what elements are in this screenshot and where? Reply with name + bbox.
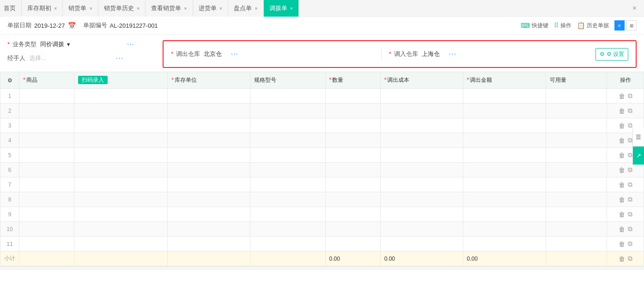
qty-cell[interactable] (325, 163, 380, 177)
amount-cell[interactable] (463, 133, 546, 148)
delete-icon[interactable]: 🗑 (619, 152, 625, 159)
tab-sales-order[interactable]: 销货单 × (63, 0, 98, 17)
product-cell[interactable] (19, 104, 74, 118)
cost-cell[interactable] (380, 163, 463, 177)
spec-cell[interactable] (250, 118, 325, 133)
unit-cell[interactable] (168, 207, 250, 222)
qty-cell[interactable] (325, 192, 380, 207)
amount-cell[interactable] (463, 118, 546, 133)
unit-cell[interactable] (168, 163, 250, 177)
spec-cell[interactable] (250, 192, 325, 207)
amount-cell[interactable] (463, 237, 546, 251)
amount-cell[interactable] (463, 222, 546, 237)
unit-cell[interactable] (168, 148, 250, 163)
copy-icon[interactable]: ⧉ (628, 166, 632, 174)
spec-cell[interactable] (250, 222, 325, 237)
layout-grid-icon[interactable]: ⊞ (626, 20, 637, 31)
delete-icon[interactable]: 🗑 (619, 181, 625, 189)
product-cell[interactable] (19, 237, 74, 251)
delete-icon[interactable]: 🗑 (619, 240, 625, 248)
table-wrapper[interactable]: ⚙ *商品 扫码录入 *库存单位 规格型号 *数量 (0, 72, 644, 266)
tab-close-purchase-order[interactable]: × (219, 6, 222, 11)
amount-cell[interactable] (463, 207, 546, 222)
tab-close-initial-stock[interactable]: × (54, 6, 57, 11)
product-cell[interactable] (19, 222, 74, 237)
unit-cell[interactable] (168, 192, 250, 207)
amount-cell[interactable] (463, 192, 546, 207)
qty-cell[interactable] (325, 133, 380, 148)
qty-cell[interactable] (325, 207, 380, 222)
th-gear[interactable]: ⚙ (0, 72, 19, 89)
tab-close-view-sales[interactable]: × (184, 6, 187, 11)
qty-cell[interactable] (325, 237, 380, 251)
unit-cell[interactable] (168, 222, 250, 237)
side-tool-export[interactable]: ↗ (633, 146, 644, 165)
copy-icon[interactable]: ⧉ (628, 240, 632, 248)
cost-cell[interactable] (380, 192, 463, 207)
warehouse-in-more[interactable]: ··· (449, 50, 456, 58)
cost-cell[interactable] (380, 133, 463, 148)
unit-cell[interactable] (168, 89, 250, 104)
unit-cell[interactable] (168, 237, 250, 251)
delete-icon[interactable]: 🗑 (619, 226, 625, 233)
spec-cell[interactable] (250, 163, 325, 177)
unit-cell[interactable] (168, 133, 250, 148)
product-cell[interactable] (19, 89, 74, 104)
product-cell[interactable] (19, 163, 74, 177)
delete-icon[interactable]: 🗑 (619, 107, 625, 115)
cost-cell[interactable] (380, 104, 463, 118)
tab-home[interactable]: 首页 (4, 0, 22, 17)
cost-cell[interactable] (380, 89, 463, 104)
product-cell[interactable] (19, 148, 74, 163)
qty-cell[interactable] (325, 222, 380, 237)
business-type-select[interactable]: 同价调拨 ▼ (40, 40, 123, 49)
copy-icon[interactable]: ⧉ (628, 122, 632, 129)
qty-cell[interactable] (325, 177, 380, 192)
delete-icon[interactable]: 🗑 (619, 92, 625, 100)
amount-cell[interactable] (463, 89, 546, 104)
qty-cell[interactable] (325, 104, 380, 118)
delete-icon[interactable]: 🗑 (619, 211, 625, 218)
amount-cell[interactable] (463, 148, 546, 163)
tab-transfer[interactable]: 调拨单 × (264, 0, 299, 17)
copy-icon[interactable]: ⧉ (628, 92, 632, 100)
tab-close-sales-order[interactable]: × (89, 6, 92, 11)
side-tool-list[interactable]: ☰ (633, 128, 644, 146)
copy-icon[interactable]: ⧉ (628, 107, 632, 115)
delete-icon-sub[interactable]: 🗑 (619, 255, 625, 262)
business-type-more[interactable]: ··· (127, 40, 134, 49)
tab-sales-history[interactable]: 销货单历史 × (98, 0, 146, 17)
tab-view-sales[interactable]: 查看销货单 × (146, 0, 193, 17)
bottom-scrollbar[interactable] (0, 266, 644, 270)
spec-cell[interactable] (250, 148, 325, 163)
cost-cell[interactable] (380, 148, 463, 163)
spec-cell[interactable] (250, 89, 325, 104)
delete-icon[interactable]: 🗑 (619, 196, 625, 203)
product-cell[interactable] (19, 207, 74, 222)
unit-cell[interactable] (168, 118, 250, 133)
unit-cell[interactable] (168, 104, 250, 118)
delete-icon[interactable]: 🗑 (619, 122, 625, 129)
cost-cell[interactable] (380, 222, 463, 237)
spec-cell[interactable] (250, 133, 325, 148)
copy-icon[interactable]: ⧉ (628, 136, 632, 144)
product-cell[interactable] (19, 192, 74, 207)
qty-cell[interactable] (325, 148, 380, 163)
tab-close-inventory[interactable]: × (255, 6, 257, 11)
shortcut-btn[interactable]: ⌨ 快捷键 (521, 22, 548, 30)
product-cell[interactable] (19, 133, 74, 148)
spec-cell[interactable] (250, 207, 325, 222)
amount-cell[interactable] (463, 163, 546, 177)
handler-select[interactable]: 选择... (29, 54, 112, 62)
tab-close-transfer[interactable]: × (290, 6, 293, 11)
tab-inventory[interactable]: 盘点单 × (228, 0, 263, 17)
unit-cell[interactable] (168, 177, 250, 192)
cost-cell[interactable] (380, 118, 463, 133)
warehouse-out-more[interactable]: ··· (231, 50, 238, 58)
operation-btn[interactable]: ⠿ 操作 (554, 22, 571, 30)
qty-cell[interactable] (325, 89, 380, 104)
copy-icon[interactable]: ⧉ (628, 195, 632, 203)
amount-cell[interactable] (463, 104, 546, 118)
calendar-icon[interactable]: 📅 (68, 22, 76, 29)
cost-cell[interactable] (380, 207, 463, 222)
